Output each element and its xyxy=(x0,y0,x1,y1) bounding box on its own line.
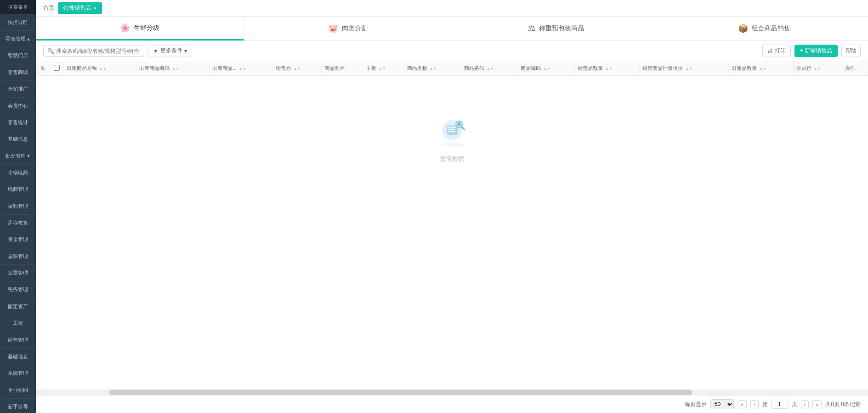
horizontal-scrollbar[interactable] xyxy=(36,390,868,395)
sidebar-item-retail-mall[interactable]: 零售商城 xyxy=(0,64,36,81)
tab-meat-cut[interactable]: 🐷 肉类分割 xyxy=(244,17,452,40)
table-container: ⚙ 出库商品名称 ▲▼ 出库商品编码 ▲▼ 出库商品... ▲▼ xyxy=(36,61,868,390)
sidebar-item-basic-info[interactable]: 基础信息 xyxy=(0,131,36,148)
col-settings[interactable]: ⚙ xyxy=(36,61,50,76)
sidebar-item-system-mgmt[interactable]: 系统管理 xyxy=(0,365,36,382)
col-main-qty[interactable]: 主量 ▲▼ xyxy=(363,61,404,76)
sidebar-item-member-center[interactable]: 会员中心 xyxy=(0,98,36,115)
active-tab-label: 特殊销售品 xyxy=(63,4,91,12)
tab-weight-pack-label: 称重预包装商品 xyxy=(539,24,584,33)
col-out-name[interactable]: 出库商品名称 ▲▼ xyxy=(63,61,136,76)
sort-icon: ▲▼ xyxy=(430,67,437,71)
col-sales-qty[interactable]: 销售品数量 ▲▼ xyxy=(574,61,639,76)
sort-icon: ▲▼ xyxy=(605,67,613,71)
first-page-button[interactable]: « xyxy=(738,400,747,408)
tab-combo[interactable]: 📦 组合商品销售 xyxy=(660,17,868,40)
search-input[interactable] xyxy=(56,48,140,54)
sidebar-item-enterprise[interactable]: 企业协同 xyxy=(0,382,36,399)
col-img[interactable]: 商品图片 xyxy=(322,61,363,76)
sidebar-item-retail-mgmt[interactable]: 零售管理 ▲ xyxy=(0,31,36,47)
empty-text: 暂无数据 xyxy=(440,155,464,163)
tab-combo-label: 组合商品销售 xyxy=(752,24,790,33)
svg-rect-5 xyxy=(448,131,455,132)
last-page-button[interactable]: » xyxy=(812,400,822,408)
empty-state: 暂无数据 xyxy=(36,76,868,200)
sidebar-item-salary[interactable]: 工资 xyxy=(0,315,36,332)
page-number-input[interactable] xyxy=(772,400,788,409)
content-area: 🌸 生鲜分级 🐷 肉类分割 ⚖ 称重预包装商品 📦 组合商品销售 🔍 xyxy=(36,17,868,413)
sort-icon: ▲▼ xyxy=(172,67,179,71)
col-goods-code[interactable]: 商品编码 ▲▼ xyxy=(518,61,575,76)
sidebar-item-tax-mgmt[interactable]: 税务管理 xyxy=(0,281,36,298)
help-label: 帮助 xyxy=(845,47,857,54)
search-icon: 🔍 xyxy=(47,48,54,54)
select-all-checkbox[interactable] xyxy=(54,65,60,71)
sort-icon: ▲▼ xyxy=(293,67,301,71)
col-member-price[interactable]: 会员价 ▲▼ xyxy=(794,61,842,76)
sidebar-item-basic-info2[interactable]: 基础信息 xyxy=(0,349,36,365)
empty-state-illustration xyxy=(434,113,471,149)
sidebar-item-finance-mgmt[interactable]: 资金管理 xyxy=(0,231,36,248)
sidebar-item-sales-promo[interactable]: 营销推广 xyxy=(0,81,36,98)
chevron-icon: ▼ xyxy=(27,154,31,158)
sidebar-item-ops-mgmt[interactable]: 经营管理 xyxy=(0,332,36,349)
print-label: 打印 xyxy=(775,47,786,55)
sidebar-item-invoice-mgmt[interactable]: 发票管理 xyxy=(0,265,36,281)
sidebar-item-purchase-mgmt[interactable]: 采购管理 xyxy=(0,198,36,215)
col-out-code[interactable]: 出库商品编码 ▲▼ xyxy=(136,61,210,76)
new-product-button[interactable]: + 新增销售品 xyxy=(794,45,838,57)
filter-button[interactable]: ▼ 更多条件 ▾ xyxy=(148,45,192,57)
sidebar-item-inventory[interactable]: 库存核算 xyxy=(0,215,36,231)
col-goods-name[interactable]: 商品名称 ▲▼ xyxy=(404,61,461,76)
sidebar-logo[interactable]: 搜索菜单 xyxy=(0,0,36,14)
sidebar-item-ecom-mgmt[interactable]: 电商管理 xyxy=(0,181,36,198)
close-tab-icon[interactable]: × xyxy=(94,6,96,11)
sort-icon: ▲▼ xyxy=(379,67,386,71)
tab-fresh-grade[interactable]: 🌸 生鲜分级 xyxy=(36,17,244,40)
print-button[interactable]: 🖨 打印 xyxy=(762,45,791,57)
sidebar-item-quick-nav[interactable]: 快捷导航 xyxy=(0,14,36,31)
scrollbar-thumb[interactable] xyxy=(109,390,692,395)
col-action: 操作 xyxy=(842,61,868,76)
svg-point-0 xyxy=(441,143,464,147)
filter-icon: ▼ xyxy=(153,48,159,54)
toolbar: 🔍 ▼ 更多条件 ▾ 🖨 打印 + 新增销售品 帮助 xyxy=(36,41,868,61)
sidebar-item-general-ledger[interactable]: 总账管理 xyxy=(0,248,36,265)
toolbar-right: 🖨 打印 + 新增销售品 帮助 xyxy=(762,45,861,57)
toolbar-left: 🔍 ▼ 更多条件 ▾ xyxy=(43,45,192,57)
tab-weight-pack[interactable]: ⚖ 称重预包装商品 xyxy=(452,17,660,40)
col-out-qty[interactable]: 出库品数量 ▲▼ xyxy=(728,61,793,76)
sort-icon: ▲▼ xyxy=(685,67,692,71)
active-tab[interactable]: 特殊销售品 × xyxy=(58,2,102,14)
prev-page-button[interactable]: ‹ xyxy=(750,400,759,408)
search-box[interactable]: 🔍 xyxy=(43,46,144,57)
filter-label: 更多条件 xyxy=(160,47,182,55)
col-barcode[interactable]: 商品条码 ▲▼ xyxy=(461,61,518,76)
svg-rect-4 xyxy=(448,129,454,130)
tab-meat-cut-label: 肉类分割 xyxy=(342,24,368,33)
next-page-button[interactable]: › xyxy=(801,400,809,408)
help-button[interactable]: 帮助 xyxy=(841,45,861,57)
meat-cut-icon: 🐷 xyxy=(328,23,338,34)
sidebar-item-fixed-assets[interactable]: 固定资产 xyxy=(0,298,36,315)
per-page-select[interactable]: 50 10 20 100 xyxy=(710,399,734,409)
sort-icon: ▲▼ xyxy=(487,67,494,71)
sidebar-item-wholesale-mgmt[interactable]: 批发管理 ▼ xyxy=(0,148,36,165)
sidebar-item-smart-store[interactable]: 智慧门店 xyxy=(0,47,36,64)
sidebar-item-retail-stats[interactable]: 零售统计 xyxy=(0,115,36,131)
page-suffix: 页 xyxy=(792,401,797,408)
sort-icon: ▲▼ xyxy=(543,67,550,71)
tab-fresh-grade-label: 生鲜分级 xyxy=(134,24,159,32)
col-sales-unit[interactable]: 销售商品计量单位 ▲▼ xyxy=(640,61,729,76)
page-label: 第 xyxy=(762,401,768,408)
sort-icon: ▲▼ xyxy=(239,67,246,71)
sidebar-item-new-guide[interactable]: 新手引导 xyxy=(0,399,36,413)
sidebar-item-mini-ecom[interactable]: 小畅电商 xyxy=(0,165,36,181)
per-page-label: 每页显示 xyxy=(685,401,707,408)
col-out-spec[interactable]: 出库商品... ▲▼ xyxy=(209,61,272,76)
col-checkbox[interactable] xyxy=(50,61,63,76)
col-sales-item[interactable]: 销售品 ▲▼ xyxy=(273,61,322,76)
main-area: 首页 特殊销售品 × 🌸 生鲜分级 🐷 肉类分割 ⚖ 称重预包装商品 📦 组合商… xyxy=(36,0,868,413)
combo-icon: 📦 xyxy=(738,23,748,34)
home-tab[interactable]: 首页 xyxy=(43,4,54,12)
